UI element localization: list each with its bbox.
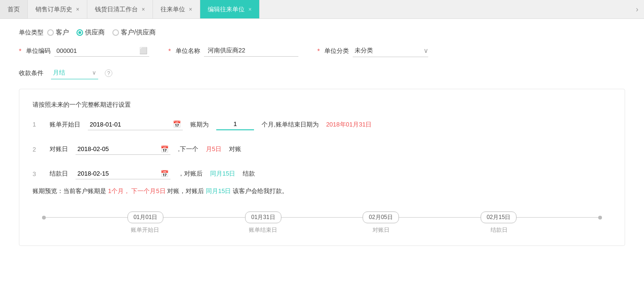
unit-code-input[interactable] <box>54 45 137 56</box>
close-icon[interactable]: × <box>142 6 145 13</box>
timeline-label-2: 账单结束日 <box>244 226 282 234</box>
timeline-badge-1: 01月01日 <box>127 211 164 223</box>
unit-category-star: * <box>317 47 320 55</box>
timeline-node-2: 01月31日 <box>245 211 281 223</box>
radio-circle-supplier <box>76 29 83 36</box>
main-content: 单位类型 客户 供应商 客户/供应商 * 单位编码 ⬜ <box>0 19 644 287</box>
tab-sales-history[interactable]: 销售订单历史 × <box>28 0 87 18</box>
row-3-suffix-2: 结款 <box>243 169 255 178</box>
row-number-2: 2 <box>33 146 42 153</box>
row-2-suffix-1: ,下一个 <box>178 145 198 153</box>
timeline-line-3 <box>281 217 363 218</box>
preview-reconcile-prefix: 下一个月5日 <box>131 187 165 194</box>
payment-terms-value: 月结 <box>51 67 90 79</box>
period-input[interactable] <box>216 118 254 130</box>
unit-category-select[interactable]: 未分类 ∨ <box>353 44 428 57</box>
row-3-field-label: 结款日 <box>50 169 68 178</box>
tab-edit-partner[interactable]: 编辑往来单位 × <box>200 0 260 18</box>
timeline-labels-row: 账单开始日 账单结束日 对账日 结款日 <box>42 226 602 234</box>
payment-terms-label: 收款条件 <box>19 69 43 77</box>
tab-home[interactable]: 首页 <box>0 0 28 18</box>
unit-fields-row: * 单位编码 ⬜ * 单位名称 * 单位分类 未分类 ∨ <box>19 44 625 57</box>
timeline-node-3: 02月05日 <box>363 211 399 223</box>
unit-code-input-wrap: ⬜ <box>54 45 149 57</box>
row-1-date-input-wrap: 📅 <box>88 119 183 130</box>
row-payment: 3 结款日 📅 ，对账后 同月15日 结款 <box>33 168 611 179</box>
preview-period: 1个月， <box>108 187 130 194</box>
unit-name-label: 单位名称 <box>176 47 200 55</box>
unit-code-label: 单位编码 <box>26 47 51 55</box>
preview-suffix: 该客户会给我打款。 <box>233 187 288 194</box>
radio-both[interactable]: 客户/供应商 <box>112 28 156 37</box>
timeline-label-4: 结款日 <box>480 226 518 234</box>
row-2-date-input-wrap: 📅 <box>76 144 170 155</box>
unit-category-field: * 单位分类 未分类 ∨ <box>317 44 428 57</box>
payment-terms-dropdown[interactable]: 月结 ∨ <box>51 67 98 79</box>
calendar-icon-2[interactable]: 📅 <box>159 145 170 153</box>
payment-terms-row: 收款条件 月结 ∨ ? <box>19 67 625 79</box>
radio-supplier-label: 供应商 <box>85 28 105 37</box>
row-1-end-date: 2018年01月31日 <box>326 120 372 129</box>
close-icon[interactable]: × <box>248 6 252 13</box>
timeline-left-dot <box>42 216 46 219</box>
timeline-badge-2: 01月31日 <box>245 211 281 223</box>
tab-partner-label: 往来单位 <box>161 5 185 14</box>
timeline-node-1: 01月01日 <box>127 211 164 223</box>
close-icon[interactable]: × <box>189 6 192 13</box>
radio-customer-label: 客户 <box>56 28 69 37</box>
row-number-3: 3 <box>33 170 42 177</box>
timeline-line-4 <box>399 217 481 218</box>
chevron-down-icon: ∨ <box>424 47 428 54</box>
tab-sales-history-label: 销售订单历史 <box>35 5 72 14</box>
row-1-date-input[interactable] <box>88 119 171 130</box>
row-2-suffix-2: 对账 <box>229 145 241 153</box>
radio-circle-customer <box>47 29 54 36</box>
unit-code-star: * <box>19 47 21 55</box>
row-3-date-input[interactable] <box>76 168 159 179</box>
tab-bar: 首页 销售订单历史 × 钱货日清工作台 × 往来单位 × 编辑往来单位 × › <box>0 0 644 19</box>
timeline-line-2 <box>163 217 245 218</box>
unit-category-label: 单位分类 <box>324 47 349 55</box>
tab-more-button[interactable]: › <box>630 5 644 14</box>
radio-customer[interactable]: 客户 <box>47 28 69 37</box>
calendar-icon-3[interactable]: 📅 <box>159 170 170 177</box>
radio-supplier[interactable]: 供应商 <box>76 28 105 37</box>
tab-partner[interactable]: 往来单位 × <box>153 0 200 18</box>
tab-cash-workbench-label: 钱货日清工作台 <box>95 5 138 14</box>
timeline-right-dot <box>598 216 602 219</box>
preview-reconcile-text: 对账，对账后 <box>167 187 204 194</box>
timeline-badge-3: 02月05日 <box>363 211 399 223</box>
timeline-badge-4: 02月15日 <box>481 211 517 223</box>
unit-type-row: 单位类型 客户 供应商 客户/供应商 <box>19 28 625 37</box>
radio-both-label: 客户/供应商 <box>121 28 156 37</box>
copy-icon[interactable]: ⬜ <box>137 47 149 54</box>
tab-cash-workbench[interactable]: 钱货日清工作台 × <box>87 0 153 18</box>
tab-home-label: 首页 <box>8 5 20 14</box>
calendar-icon-1[interactable]: 📅 <box>171 120 183 128</box>
unit-name-star: * <box>168 47 170 55</box>
row-3-suffix-1: ，对账后 <box>178 169 203 178</box>
account-preview: 账期预览：当前客户账期是 1个月， 下一个月5日 对账，对账后 同月15日 该客… <box>33 187 611 195</box>
row-reconcile: 2 对账日 📅 ,下一个月5日 对账 <box>33 144 611 155</box>
radio-circle-both <box>112 29 119 36</box>
row-1-suffix-prefix: 账期为 <box>190 120 209 129</box>
row-number-1: 1 <box>33 121 42 128</box>
timeline-line-5 <box>517 217 598 218</box>
timeline-node-4: 02月15日 <box>481 211 517 223</box>
timeline-section: 01月01日 01月31日 02月05日 02月15日 <box>33 207 611 234</box>
unit-name-input[interactable] <box>204 45 298 57</box>
row-2-suffix-highlight: 月5日 <box>206 145 221 153</box>
timeline-row: 01月01日 01月31日 02月05日 02月15日 <box>42 211 602 223</box>
tab-edit-partner-label: 编辑往来单位 <box>208 5 245 14</box>
timeline-label-1: 账单开始日 <box>126 226 164 234</box>
row-2-date-input[interactable] <box>76 144 159 154</box>
unit-type-radio-group: 客户 供应商 客户/供应商 <box>47 28 156 37</box>
close-icon[interactable]: × <box>76 6 79 13</box>
unit-code-field: * 单位编码 ⬜ <box>19 45 149 57</box>
chevron-down-icon: ∨ <box>90 69 98 76</box>
timeline-label-3: 对账日 <box>362 226 400 234</box>
help-icon[interactable]: ? <box>105 69 112 77</box>
row-account-start: 1 账单开始日 📅 账期为 个月,账单结束日期为 2018年01月31日 <box>33 118 611 130</box>
unit-name-field: * 单位名称 <box>168 45 298 57</box>
row-1-suffix: 个月,账单结束日期为 <box>262 120 319 129</box>
